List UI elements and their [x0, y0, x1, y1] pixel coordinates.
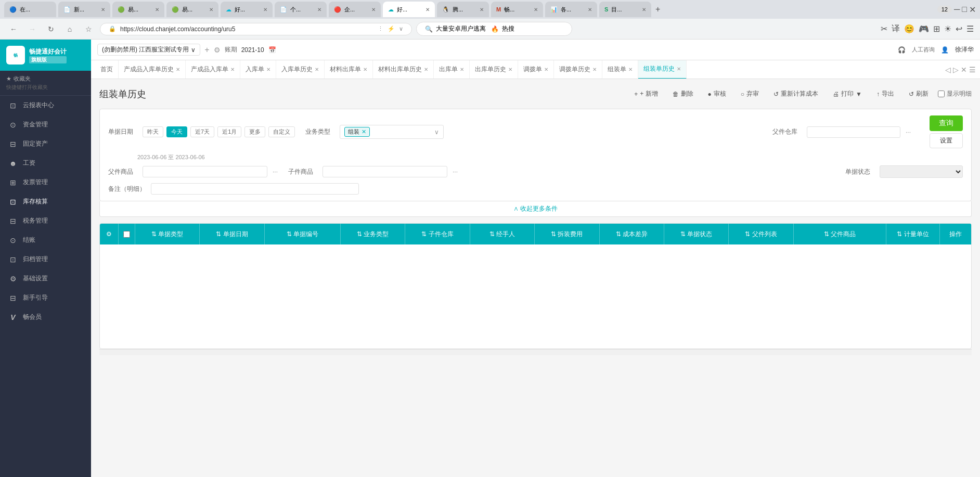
th-status[interactable]: ⇅ 单据状态	[664, 224, 729, 244]
browser-tab-10[interactable]: M 畅... ✕	[491, 2, 543, 17]
next-tab-btn[interactable]: ▷	[953, 66, 959, 74]
date-1month-btn[interactable]: 近1月	[217, 126, 241, 137]
home-button[interactable]: ⌂	[62, 22, 77, 36]
browser-tab-9[interactable]: 🐧 腾... ✕	[437, 2, 489, 17]
browser-tab-2[interactable]: 📄 新... ✕	[58, 2, 110, 17]
browser-tab-3[interactable]: 🟢 易... ✕	[112, 2, 164, 17]
tab-inbound[interactable]: 入库单 ✕	[240, 60, 276, 79]
th-checkbox[interactable]	[119, 224, 135, 244]
print-button[interactable]: 🖨 打印 ▼	[828, 87, 867, 100]
audit-button[interactable]: ● 审核	[703, 87, 731, 100]
print-dropdown-icon[interactable]: ▼	[856, 91, 862, 98]
horizontal-scrollbar[interactable]	[99, 349, 972, 355]
sidebar-item-archive[interactable]: ⊡ 归档管理	[0, 250, 91, 269]
back-button[interactable]: ←	[6, 22, 21, 36]
close-all-btn[interactable]: ✕	[961, 66, 967, 74]
maximize-btn[interactable]: □	[962, 5, 967, 14]
search-bar[interactable]: 🔍 大量安卓用户逃离 🔥 热搜	[416, 22, 572, 36]
show-details-checkbox[interactable]: 显示明细	[938, 89, 972, 98]
add-button[interactable]: + + 新增	[629, 87, 663, 100]
tab-material-out-history[interactable]: 材料出库单历史 ✕	[373, 60, 434, 79]
parent-warehouse-more[interactable]: ···	[906, 128, 911, 136]
grid-icon[interactable]: ⊞	[933, 24, 940, 34]
sidebar-item-tax[interactable]: ⊟ 税务管理	[0, 211, 91, 230]
tab-transfer-history[interactable]: 调拨单历史 ✕	[554, 60, 602, 79]
collapse-bar[interactable]: ∧ 收起更多条件	[99, 201, 972, 217]
tab-close-icon[interactable]: ✕	[628, 67, 633, 72]
tab-material-out[interactable]: 材料出库单 ✕	[325, 60, 373, 79]
tab-assembly[interactable]: 组装单 ✕	[602, 60, 638, 79]
close-btn[interactable]: ✕	[969, 5, 976, 15]
sidebar-item-fund[interactable]: ⊙ 资金管理	[0, 115, 91, 134]
scissors-icon[interactable]: ✂	[881, 24, 887, 34]
tab-close-icon[interactable]: ✕	[592, 67, 597, 72]
browser-tab-1[interactable]: 🔵 在...	[4, 2, 56, 17]
calendar-icon[interactable]: 📅	[268, 46, 276, 54]
undo-icon[interactable]: ↩	[956, 24, 962, 34]
parent-goods-input[interactable]	[143, 166, 267, 177]
query-button[interactable]: 查询	[930, 115, 963, 131]
parent-goods-more-btn[interactable]: ···	[273, 168, 278, 175]
add-company-btn[interactable]: +	[204, 45, 209, 55]
tab-production[interactable]: 产成品入库单 ✕	[186, 60, 240, 79]
abandon-button[interactable]: ○ 弃审	[736, 87, 764, 100]
browser-tab-11[interactable]: 📊 各... ✕	[545, 2, 597, 17]
tab-close-icon[interactable]: ✕	[266, 67, 270, 72]
date-more-btn[interactable]: 更多	[244, 126, 265, 137]
th-biz[interactable]: ⇅ 业务类型	[341, 224, 405, 244]
browser-tab-6[interactable]: 📄 个... ✕	[275, 2, 327, 17]
th-unit[interactable]: ⇅ 计量单位	[886, 224, 940, 244]
tab-outbound-history[interactable]: 出库单历史 ✕	[470, 60, 518, 79]
tab-outbound[interactable]: 出库单 ✕	[434, 60, 470, 79]
translate-icon[interactable]: 译	[892, 23, 900, 34]
th-type[interactable]: ⇅ 单据类型	[135, 224, 200, 244]
status-select[interactable]: 已审核 未审核	[880, 165, 963, 178]
sidebar-item-inventory[interactable]: ⊡ 库存核算	[0, 192, 91, 211]
forward-button[interactable]: →	[25, 22, 40, 36]
th-no[interactable]: ⇅ 单据编号	[265, 224, 341, 244]
tab-transfer[interactable]: 调拨单 ✕	[518, 60, 554, 79]
tab-close-icon[interactable]: ✕	[424, 67, 428, 72]
sidebar-item-invoice[interactable]: ⊞ 发票管理	[0, 173, 91, 192]
sidebar-item-closing[interactable]: ⊙ 结账	[0, 230, 91, 250]
tab-inbound-history[interactable]: 入库单历史 ✕	[276, 60, 325, 79]
tab-close-icon[interactable]: ✕	[363, 67, 367, 72]
browser-tab-5[interactable]: ☁ 好... ✕	[221, 2, 273, 17]
date-custom-btn[interactable]: 自定义	[268, 126, 295, 137]
tab-assembly-history[interactable]: 组装单历史 ✕	[638, 60, 687, 79]
sidebar-item-settings[interactable]: ⚙ 基础设置	[0, 269, 91, 288]
tab-close-icon[interactable]: ✕	[230, 67, 235, 72]
address-bar[interactable]: 🔒 https://cloud.chanjet.com/accounting/u…	[100, 23, 412, 35]
prev-tab-btn[interactable]: ◁	[945, 66, 951, 74]
th-parent-goods[interactable]: ⇅ 父件商品	[794, 224, 886, 244]
tab-close-icon[interactable]: ✕	[508, 67, 512, 72]
recalc-button[interactable]: ↺ 重新计算成本	[768, 87, 823, 100]
tab-production-history[interactable]: 产成品入库单历史 ✕	[119, 60, 186, 79]
parent-warehouse-input[interactable]	[807, 126, 900, 138]
sun-icon[interactable]: ☀	[944, 24, 951, 34]
show-details-input[interactable]	[938, 91, 945, 97]
tab-close-icon[interactable]: ✕	[677, 66, 681, 72]
tab-close-icon[interactable]: ✕	[176, 67, 180, 72]
delete-button[interactable]: 🗑 删除	[667, 87, 699, 100]
date-yesterday-btn[interactable]: 昨天	[143, 126, 163, 137]
sidebar-item-vip[interactable]: V 畅会员	[0, 307, 91, 327]
refresh-button[interactable]: ↺ 刷新	[904, 87, 934, 100]
th-parent-list[interactable]: ⇅ 父件列表	[729, 224, 793, 244]
th-settings[interactable]: ⚙	[100, 224, 119, 244]
set-button[interactable]: 设置	[930, 133, 963, 148]
th-handler[interactable]: ⇅ 经手人	[470, 224, 535, 244]
browser-tab-4[interactable]: 🟢 易... ✕	[166, 2, 218, 17]
game-icon[interactable]: 🎮	[919, 24, 929, 34]
tab-close-icon[interactable]: ✕	[315, 67, 319, 72]
biz-dropdown-btn[interactable]: ∨	[434, 128, 439, 136]
browser-tab-12[interactable]: S 目... ✕	[599, 2, 651, 17]
menu-icon[interactable]: ☰	[966, 24, 974, 34]
th-disassemble[interactable]: ⇅ 拆装费用	[535, 224, 599, 244]
select-all-checkbox[interactable]	[123, 231, 130, 238]
company-selector[interactable]: (勿删勿禁用) 江西服宝测试专用 ∨	[97, 44, 200, 56]
th-warehouse[interactable]: ⇅ 子件仓库	[405, 224, 470, 244]
new-tab-button[interactable]: +	[655, 5, 660, 14]
th-date[interactable]: ⇅ 单据日期	[200, 224, 264, 244]
browser-tab-8[interactable]: ☁ 好... ✕	[383, 2, 435, 17]
